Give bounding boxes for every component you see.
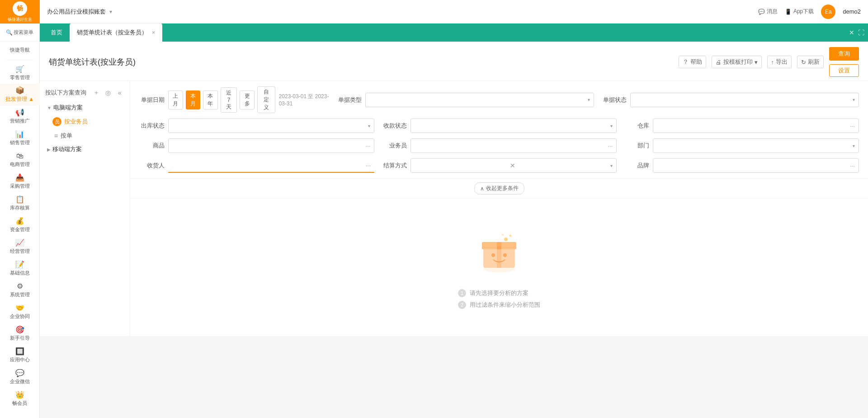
collapse-panel-icon[interactable]: « xyxy=(115,88,124,97)
doc-status-arrow-icon: ▾ xyxy=(853,97,855,102)
filter-dept-item: 部门 ▾ xyxy=(624,138,859,153)
date-this-year[interactable]: 本年 xyxy=(203,90,218,109)
goods-dots-icon[interactable]: ··· xyxy=(363,142,372,149)
wechat-label: 企业微信 xyxy=(10,378,30,385)
header-app-btn[interactable]: 📱 App下载 xyxy=(785,8,814,15)
by-staff-label: 按业务员 xyxy=(64,118,88,126)
tab-close-window-icon[interactable]: ✕ xyxy=(849,29,854,36)
finance-label: 资金管理 xyxy=(10,226,30,233)
sidebar-item-apps[interactable]: 🔲 应用中心 xyxy=(0,344,40,366)
sidebar-item-retail[interactable]: 🛒 零售管理 xyxy=(0,62,40,84)
query-button[interactable]: 查询 xyxy=(829,47,859,61)
consignee-input[interactable] xyxy=(170,162,364,169)
date-last-month[interactable]: 上月 xyxy=(168,90,183,109)
tab-close-icon[interactable]: × xyxy=(152,29,155,36)
doc-type-label: 单据类型 xyxy=(336,96,362,104)
operation-icon: 📈 xyxy=(15,238,24,247)
wholesale-group-label[interactable]: 📦 批发管理 ▲ xyxy=(0,84,40,105)
sidebar-item-wholesale[interactable]: 📦 批发管理 ▲ xyxy=(0,84,40,105)
brand-input[interactable] xyxy=(655,162,848,169)
filter-out-status-item: 出库状态 ▾ xyxy=(139,119,374,133)
page-inner: 销货单统计表(按业务员) ？ 帮助 🖨 按模板打印 ▾ ↑ 导出 xyxy=(40,42,868,336)
settings-button[interactable]: 设置 xyxy=(829,64,859,77)
staff-input[interactable] xyxy=(413,142,606,149)
sidebar-logo[interactable]: 畅 畅捷通好生意 xyxy=(0,0,40,24)
wholesale-icon: 📦 xyxy=(15,86,24,95)
sidebar-item-operation[interactable]: 📈 经营管理 xyxy=(0,236,40,257)
sidebar-item-sales[interactable]: 📊 销售管理 xyxy=(0,127,40,149)
retail-icon: 🛒 xyxy=(15,65,24,73)
finance-icon: 💰 xyxy=(15,217,24,225)
receive-status-select[interactable]: ▾ xyxy=(410,119,617,133)
svg-point-7 xyxy=(502,234,504,236)
header-message-btn[interactable]: 💬 消息 xyxy=(758,8,778,15)
tree-sub-by-staff[interactable]: 员 按业务员 xyxy=(49,114,130,129)
nav-label: 快捷导航 xyxy=(10,47,30,53)
export-button[interactable]: ↑ 导出 xyxy=(767,56,792,68)
right-panel: 单据日期 上月 本月 本年 近7天 更多 自定义 2023-03-01 至 20… xyxy=(130,81,868,336)
tree-mobile-item[interactable]: ▶ 移动端方案 xyxy=(40,142,130,156)
dept-select[interactable]: ▾ xyxy=(653,138,859,153)
date-more[interactable]: 更多 xyxy=(240,90,255,109)
tree-desktop-item[interactable]: ▼ 电脑端方案 xyxy=(40,101,130,114)
newbie-icon: 🎯 xyxy=(15,325,24,334)
empty-text-2: 2 用过滤条件来缩小分析范围 xyxy=(458,301,540,309)
date-custom[interactable]: 自定义 xyxy=(257,86,275,113)
message-label: 消息 xyxy=(767,8,778,15)
sales-label: 销售管理 xyxy=(10,139,30,146)
tab-sales-stat[interactable]: 销货单统计表（按业务员） × xyxy=(70,24,162,42)
payment-select[interactable]: ✕ ▾ xyxy=(410,158,617,173)
username[interactable]: demo2 xyxy=(843,8,861,15)
purchase-label: 采购管理 xyxy=(10,183,30,190)
print-icon: 🖨 xyxy=(716,59,722,66)
add-scheme-icon[interactable]: ＋ xyxy=(92,88,101,97)
sidebar-item-cooperation[interactable]: 🤝 企业协同 xyxy=(0,301,40,323)
sidebar-item-finance[interactable]: 💰 资金管理 xyxy=(0,214,40,236)
sidebar-item-newbie[interactable]: 🎯 新手引导 xyxy=(0,323,40,344)
payment-clear-icon[interactable]: ✕ xyxy=(508,162,517,169)
collapse-button[interactable]: ∧ 收起更多条件 xyxy=(474,182,524,195)
tab-maximize-icon[interactable]: ⛶ xyxy=(858,29,864,36)
avatar[interactable]: Ea xyxy=(821,5,835,19)
filter-row-1: 单据日期 上月 本月 本年 近7天 更多 自定义 2023-03-01 至 20… xyxy=(139,86,859,113)
sidebar-item-purchase[interactable]: 📥 采购管理 xyxy=(0,171,40,192)
refresh-label: 刷新 xyxy=(808,58,820,66)
brand-dots-icon[interactable]: ··· xyxy=(848,162,857,169)
refresh-button[interactable]: ↻ 刷新 xyxy=(797,56,824,68)
sidebar-item-inventory[interactable]: 📋 库存核算 xyxy=(0,192,40,214)
goods-input[interactable] xyxy=(170,142,363,149)
help-button[interactable]: ？ 帮助 xyxy=(679,56,706,68)
warehouse-dots-icon[interactable]: ··· xyxy=(848,123,857,129)
collapse-bar: ∧ 收起更多条件 xyxy=(130,179,868,199)
tree-sub-by-order[interactable]: ≡ 按单 xyxy=(49,129,130,142)
print-button[interactable]: 🖨 按模板打印 ▾ xyxy=(712,56,762,68)
payment-label: 结算方式 xyxy=(382,162,407,170)
apps-icon: 🔲 xyxy=(15,347,24,356)
export-icon: ↑ xyxy=(771,59,774,66)
sidebar-item-marketing[interactable]: 📢 营销推广 xyxy=(0,105,40,127)
filter-row-4: 收货人 ··· 结算方式 ✕ xyxy=(139,158,859,173)
out-status-select[interactable]: ▾ xyxy=(168,119,374,133)
empty-label-1: 请先选择要分析的方案 xyxy=(470,289,528,297)
sidebar-item-system[interactable]: ⚙ 系统管理 xyxy=(0,279,40,301)
sidebar-quick-nav[interactable]: 快捷导航 xyxy=(0,42,40,58)
consignee-dots-icon[interactable]: ··· xyxy=(364,162,373,169)
settings-scheme-icon[interactable]: ◎ xyxy=(104,88,113,97)
staff-dots-icon[interactable]: ··· xyxy=(606,142,614,149)
sidebar-item-basic[interactable]: 📝 基础信息 xyxy=(0,257,40,279)
sidebar-item-wechat[interactable]: 💬 企业微信 xyxy=(0,366,40,388)
tab-home[interactable]: 首页 xyxy=(43,24,70,42)
date-last-7[interactable]: 近7天 xyxy=(221,87,237,113)
empty-num-1: 1 xyxy=(458,289,466,297)
date-this-month[interactable]: 本月 xyxy=(186,90,201,109)
sidebar-item-member[interactable]: 👑 畅会员 xyxy=(0,388,40,409)
doc-type-select[interactable]: ▾ xyxy=(365,93,594,107)
sidebar-item-ecommerce[interactable]: 🛍 电商管理 xyxy=(0,149,40,171)
header-dropdown-icon[interactable]: ▾ xyxy=(109,9,112,15)
sidebar-search[interactable]: 🔍 搜索菜单 xyxy=(0,24,40,42)
empty-illustration xyxy=(472,226,526,280)
filter-warehouse-item: 仓库 ··· xyxy=(624,119,859,133)
doc-status-select[interactable]: ▾ xyxy=(630,93,859,107)
warehouse-input[interactable] xyxy=(655,119,848,132)
home-tab-label: 首页 xyxy=(51,28,62,37)
